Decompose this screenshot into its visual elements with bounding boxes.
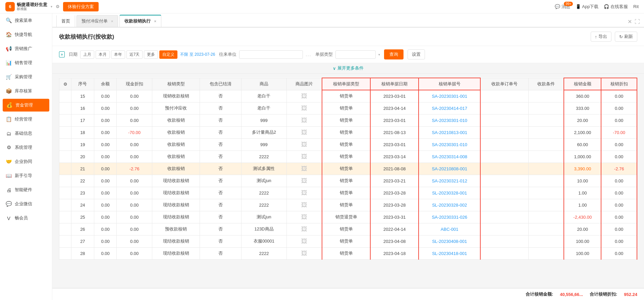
export-btn[interactable]: ↑ 导出 — [591, 32, 612, 42]
th-receipt-order-no: 收款单订单号 — [480, 78, 528, 90]
cell-doc-type: 销货单 — [322, 126, 370, 138]
cell-writeoff-discount: 0.00 — [601, 90, 637, 102]
cell-doc-type: 销货单 — [322, 90, 370, 102]
date-btn-7days[interactable]: 近7天 — [126, 50, 143, 59]
cell-doc-no[interactable]: SA-20230301-010 — [419, 114, 480, 126]
cell-cash-discount: 0.00 — [117, 102, 152, 114]
date-btn-more[interactable]: 更多 — [144, 50, 158, 59]
date-btn-this-month[interactable]: 本月 — [96, 50, 110, 59]
cell-doc-no[interactable]: SL-20230328-001 — [419, 187, 480, 199]
doctype-label: 单据类型 — [315, 51, 333, 57]
cell-doc-no[interactable]: SA-20230301-010 — [419, 138, 480, 151]
th-settings[interactable]: ⚙ — [59, 78, 71, 90]
cell-doc-no[interactable]: SL-20230328-002 — [419, 199, 480, 211]
filter-date-row: 日期 上月 本月 本年 近7天 更多 自定义 不限 至 2023-07-26 — [69, 50, 215, 59]
cell-doc-no[interactable]: SL-20230418-001 — [419, 247, 480, 259]
partner-label: 往来单位 — [219, 51, 236, 57]
table-row: 180.00-70.00收款核销否多计量商品2🖼销货单2021-08-13SA-… — [59, 126, 637, 138]
sidebar-item-guide[interactable]: 📖 新手引导 — [0, 169, 52, 183]
partner-input[interactable] — [239, 50, 303, 59]
cell-receipt-cond — [528, 187, 564, 199]
sidebar-item-inventory[interactable]: 📦 库存核算 — [0, 84, 52, 98]
tab-prepay[interactable]: 预付冲应付单 × — [76, 15, 118, 27]
cell-doc-date: 2023-03-01 — [370, 114, 419, 126]
expand-conditions-btn[interactable]: ∨ 展开更多条件 — [333, 65, 364, 71]
cell-doc-type: 销货单 — [322, 175, 370, 187]
cell-receipt-cond — [528, 126, 564, 138]
message-btn[interactable]: 💬 消息 99+ — [555, 4, 570, 10]
sidebar-item-corp[interactable]: 🤝 企业协同 — [0, 155, 52, 169]
sidebar-item-search[interactable]: 🔍 搜索菜单 — [0, 13, 52, 28]
cell-doc-no[interactable]: SA-20230301-001 — [419, 90, 480, 102]
cell-doc-no[interactable]: ABC-001 — [419, 223, 480, 235]
doctype-select[interactable] — [335, 50, 376, 59]
sidebar-item-business[interactable]: 📋 经营管理 — [0, 112, 52, 126]
cell-goods-img: 🖼 — [286, 199, 322, 211]
cell-doc-no[interactable]: SA-20230331-026 — [419, 211, 480, 223]
online-service-btn[interactable]: 🎧 在线客服 — [604, 4, 628, 10]
cell-cash-discount: 0.00 — [117, 223, 152, 235]
cell-included-close: 否 — [200, 175, 241, 187]
refresh-btn[interactable]: ↻ 刷新 — [615, 32, 637, 42]
tab-writeoff-close[interactable]: × — [154, 19, 156, 23]
cell-doc-date: 2023-04-14 — [370, 102, 419, 114]
cell-goods-img: 🖼 — [286, 247, 322, 259]
date-btn-custom[interactable]: 自定义 — [159, 50, 177, 59]
tab-writeoff[interactable]: 收款核销执行 × — [119, 15, 161, 27]
date-btn-last-month[interactable]: 上月 — [80, 50, 94, 59]
sidebar-item-basic[interactable]: 🗂 基础信息 — [0, 126, 52, 140]
cell-doc-type: 销货单 — [322, 235, 370, 247]
sidebar-item-purchase[interactable]: 🛒 采购管理 — [0, 70, 52, 84]
th-goods: 商品 — [241, 78, 286, 90]
app-download-btn[interactable]: 📱 App下载 — [576, 4, 598, 10]
tab-prepay-close[interactable]: × — [111, 19, 113, 23]
filter-settings-btn[interactable]: 设置 — [408, 49, 425, 59]
tab-home[interactable]: 首页 — [56, 15, 75, 27]
logo-text: 畅捷通谱好生意 标准版 — [17, 2, 47, 11]
table-container[interactable]: ⚙ 序号 余额 现金折扣 核销类型 包含已结清 商品 商品图片 核销单据类型 核… — [52, 74, 644, 288]
cell-doc-no[interactable]: SA-20230321-012 — [419, 175, 480, 187]
cell-doc-no[interactable]: SA-20210808-001 — [419, 163, 480, 175]
cell-goods-img: 🖼 — [286, 126, 322, 138]
main-layout: 🔍 搜索菜单 🏠 快捷导航 📢 营销推广 📊 销售管理 🛒 采购管理 📦 库存核… — [0, 13, 644, 300]
sidebar-item-sales[interactable]: 📊 销售管理 — [0, 56, 52, 70]
cell-goods: 衣服00001 — [241, 235, 286, 247]
cell-goods-img: 🖼 — [286, 138, 322, 151]
sidebar-item-finance[interactable]: 💰 资金管理 — [3, 99, 49, 112]
cell-included-close: 否 — [200, 102, 241, 114]
logo-dropdown[interactable]: ▾ — [51, 5, 52, 8]
sidebar-item-marketing[interactable]: 📢 营销推广 — [0, 42, 52, 56]
cell-balance: 0.00 — [94, 151, 117, 163]
cell-doc-no[interactable]: SA-20210813-001 — [419, 126, 480, 138]
user-name[interactable]: Rit — [633, 4, 639, 9]
cell-no: 28 — [71, 247, 94, 259]
sidebar-item-wechat[interactable]: 💬 企业微信 — [0, 197, 52, 211]
marketing-icon: 📢 — [5, 46, 12, 52]
th-writeoff-type: 核销类型 — [152, 78, 200, 90]
top-gear-icon[interactable]: ⚙ — [56, 4, 60, 9]
sidebar-item-vip[interactable]: V 畅会员 — [0, 211, 52, 225]
cell-doc-type: 销货单 — [322, 247, 370, 259]
cell-goods: 123D商品 — [241, 223, 286, 235]
cell-doc-no[interactable]: SL-20230408-001 — [419, 235, 480, 247]
corp-icon: 🤝 — [5, 159, 12, 165]
logo-area: 6 畅捷通谱好生意 标准版 — [5, 2, 47, 11]
tab-fullscreen-btn[interactable]: ⛶ — [635, 19, 640, 25]
query-btn[interactable]: 查询 — [384, 49, 404, 59]
sidebar-item-hardware[interactable]: 🖨 智能硬件 — [0, 183, 52, 197]
cell-settings — [59, 175, 71, 187]
sidebar-item-nav[interactable]: 🏠 快捷导航 — [0, 28, 52, 42]
cell-doc-no[interactable]: SA-20230314-008 — [419, 151, 480, 163]
tab-close-all-btn[interactable]: ✕ — [628, 18, 632, 25]
cell-writeoff-type: 现结收款核销 — [152, 187, 200, 199]
cell-doc-no[interactable]: SA-20230414-017 — [419, 102, 480, 114]
industry-btn[interactable]: 休验行业方案 — [63, 2, 99, 11]
cell-goods: 测试jun — [241, 211, 286, 223]
cell-writeoff-amount: 60.00 — [564, 138, 601, 151]
filter-expand-toggle[interactable]: » — [59, 51, 65, 57]
home-icon: 🏠 — [5, 32, 12, 38]
cell-doc-date: 2023-03-28 — [370, 187, 419, 199]
date-btn-this-year[interactable]: 本年 — [111, 50, 125, 59]
cell-doc-date: 2023-03-14 — [370, 151, 419, 163]
sidebar-item-system[interactable]: ⚙ 系统管理 — [0, 140, 52, 155]
